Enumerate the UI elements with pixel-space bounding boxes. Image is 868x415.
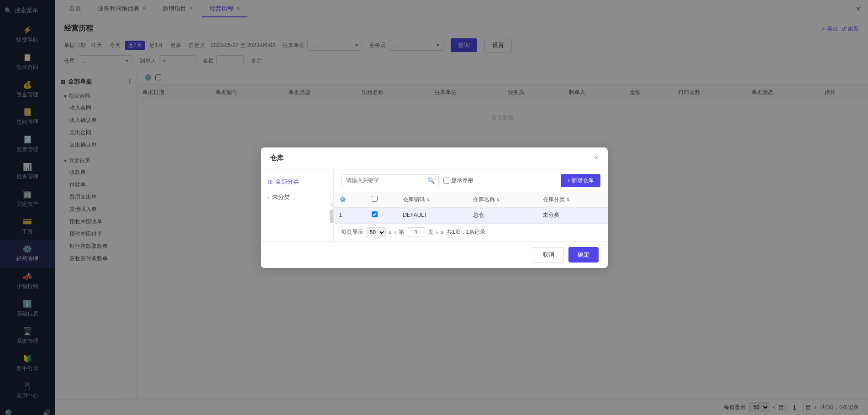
- modal-table: ⚙️ 仓库编码 ⇅ 仓库名称 ⇅ 仓库分类: [334, 192, 608, 223]
- modal-toolbar: 🔍 显示停用 + 新增仓库: [334, 169, 608, 192]
- th-name: 仓库名称 ⇅: [468, 192, 537, 208]
- modal-left-items: ⊞全部分类·未分类: [261, 174, 333, 205]
- show-disabled-label[interactable]: 显示停用: [443, 177, 473, 184]
- modal-left-item-all[interactable]: ⊞全部分类: [261, 174, 333, 189]
- row-num: 1: [334, 207, 367, 223]
- th-code: 仓库编码 ⇅: [397, 192, 467, 208]
- row-check[interactable]: [372, 211, 378, 217]
- modal-select-all[interactable]: [372, 196, 378, 202]
- row-name: 总仓: [468, 207, 537, 223]
- th-settings: ⚙️: [334, 192, 367, 208]
- confirm-button[interactable]: 确定: [568, 247, 599, 263]
- modal-table-wrap: ⚙️ 仓库编码 ⇅ 仓库名称 ⇅ 仓库分类: [334, 192, 608, 223]
- show-disabled-checkbox[interactable]: [443, 178, 449, 184]
- modal-prev-btn[interactable]: ‹: [394, 229, 396, 236]
- th-checkbox: [366, 192, 397, 208]
- modal-close-button[interactable]: ×: [594, 154, 598, 162]
- modal-table-header: ⚙️ 仓库编码 ⇅ 仓库名称 ⇅ 仓库分类: [334, 192, 608, 208]
- modal-search-icon: 🔍: [424, 177, 438, 184]
- modal-left-icon: ⊞: [268, 179, 273, 185]
- modal-left-icon: ·: [268, 194, 269, 200]
- modal-left-item-unclassified[interactable]: ·未分类: [261, 189, 333, 205]
- modal-left-label: 全部分类: [275, 178, 299, 186]
- modal-left-label: 未分类: [272, 193, 290, 201]
- add-warehouse-button[interactable]: + 新增仓库: [561, 174, 600, 187]
- modal-table-body: 1 DEFAULT 总仓 未分类: [334, 207, 608, 223]
- modal-footer: 取消 确定: [261, 241, 608, 268]
- modal-total-info: 共1页，1条记录: [447, 228, 485, 236]
- warehouse-modal: 仓库 × ⊞全部分类·未分类 《 🔍 显示停用: [261, 147, 608, 268]
- modal-left-collapse-button[interactable]: 《: [328, 201, 333, 209]
- sort-icon-category: ⇅: [566, 197, 570, 202]
- modal-left-nav: ⊞全部分类·未分类 《: [261, 169, 334, 241]
- row-code: DEFAULT: [397, 207, 467, 223]
- modal-search-input[interactable]: [342, 175, 424, 186]
- modal-first-btn[interactable]: «: [389, 229, 392, 236]
- modal-next-btn[interactable]: ›: [436, 229, 438, 236]
- th-category-text: 仓库分类: [543, 196, 565, 203]
- modal-table-row[interactable]: 1 DEFAULT 总仓 未分类: [334, 207, 608, 223]
- th-category: 仓库分类 ⇅: [537, 192, 607, 208]
- modal-pagination: 每页显示 50 « ‹ 第 页 › » 共1页，1条记录: [334, 223, 608, 241]
- modal-right: 🔍 显示停用 + 新增仓库 ⚙️ 仓库编码: [334, 169, 608, 241]
- sort-icon-name: ⇅: [496, 197, 500, 202]
- modal-per-page-select[interactable]: 50: [366, 227, 386, 237]
- cancel-button[interactable]: 取消: [533, 247, 564, 263]
- show-disabled-text: 显示停用: [451, 177, 473, 184]
- th-name-text: 仓库名称: [473, 196, 495, 203]
- th-code-text: 仓库编码: [403, 196, 425, 203]
- row-checkbox[interactable]: [366, 207, 397, 223]
- modal-header: 仓库 ×: [261, 147, 608, 169]
- row-category: 未分类: [537, 207, 607, 223]
- modal-per-page-label: 每页显示: [341, 228, 363, 236]
- modal-table-header-row: ⚙️ 仓库编码 ⇅ 仓库名称 ⇅ 仓库分类: [334, 192, 608, 208]
- modal-page-suffix: 页: [428, 228, 433, 236]
- modal-last-btn[interactable]: »: [441, 229, 444, 236]
- modal-title: 仓库: [270, 154, 284, 163]
- modal-page-input[interactable]: [407, 227, 425, 237]
- sort-icon-code: ⇅: [426, 197, 430, 202]
- modal-page-label: 第: [399, 228, 404, 236]
- modal-body: ⊞全部分类·未分类 《 🔍 显示停用 + 新增仓库: [261, 169, 608, 241]
